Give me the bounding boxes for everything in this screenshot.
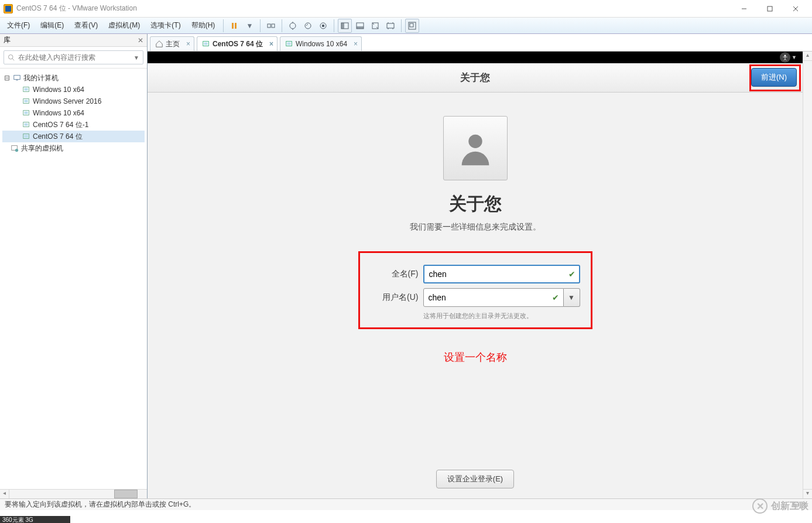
status-text: 要将输入定向到该虚拟机，请在虚拟机内部单击或按 Ctrl+G。: [5, 500, 196, 510]
svg-point-40: [784, 55, 786, 57]
tree-shared-vms[interactable]: 共享的虚拟机: [2, 142, 145, 154]
vm-icon: [22, 109, 30, 117]
tab-label: Windows 10 x64: [296, 40, 347, 48]
svg-line-21: [12, 59, 14, 60]
svg-rect-6: [268, 24, 270, 28]
menu-tabs[interactable]: 选项卡(T): [146, 18, 185, 33]
menu-vm[interactable]: 虚拟机(M): [104, 18, 145, 33]
window-title: CentOS 7 64 位 - VMware Workstation: [16, 4, 731, 13]
snapshot-manager-button[interactable]: [316, 19, 330, 33]
tree-my-computer[interactable]: ⊟ 我的计算机: [2, 72, 145, 84]
window-maximize-button[interactable]: [757, 1, 783, 17]
tab-close-button[interactable]: ×: [186, 40, 190, 48]
menu-edit[interactable]: 编辑(E): [36, 18, 68, 33]
snapshot-revert-button[interactable]: [301, 19, 315, 33]
fullscreen-button[interactable]: [383, 19, 398, 33]
separator: [260, 19, 261, 32]
tree-vm-item[interactable]: Windows Server 2016: [2, 95, 145, 107]
menu-help[interactable]: 帮助(H): [187, 18, 220, 33]
vm-vertical-scrollbar[interactable]: ▴▾: [803, 52, 812, 498]
forward-button[interactable]: 前进(N): [751, 68, 797, 87]
username-hint: 这将用于创建您的主目录并无法更改。: [423, 312, 580, 320]
username-label: 用户名(U): [368, 292, 419, 303]
suspend-button[interactable]: [227, 19, 241, 33]
send-ctrl-alt-del-button[interactable]: [264, 19, 278, 33]
annotation-text: 设置一个名称: [444, 350, 507, 364]
enterprise-login-button[interactable]: 设置企业登录(E): [436, 470, 514, 488]
separator: [334, 19, 334, 32]
tab-close-button[interactable]: ×: [354, 40, 358, 48]
search-row: ▼: [0, 47, 147, 69]
fullname-input[interactable]: [423, 265, 580, 283]
person-icon: [455, 128, 496, 169]
show-console-button[interactable]: [338, 19, 352, 33]
username-input[interactable]: [423, 288, 564, 307]
setup-subtitle: 我们需要一些详细信息来完成设置。: [410, 222, 541, 233]
username-dropdown-button[interactable]: ▼: [564, 288, 580, 307]
tree-vm-item[interactable]: Windows 10 x64: [2, 84, 145, 95]
menu-bar: 文件(F) 编辑(E) 查看(V) 虚拟机(M) 选项卡(T) 帮助(H) ▼: [0, 18, 812, 34]
accessibility-icon[interactable]: [780, 52, 790, 63]
window-titlebar: CentOS 7 64 位 - VMware Workstation: [0, 0, 812, 18]
main-area: 库 ✕ ▼ ⊟ 我的计算机 Windows 10 x64 Windows Ser…: [0, 34, 812, 498]
tree-item-label: Windows 10 x64: [33, 86, 84, 94]
collapse-icon[interactable]: ⊟: [4, 74, 11, 82]
guest-display[interactable]: ▼ 关于您 前进(N) 关于您 我们需要一些详细信息来完成设置。 全名(F): [148, 52, 803, 498]
home-icon: [155, 40, 163, 48]
fullname-row: 全名(F) ✔: [368, 265, 580, 283]
snapshot-take-button[interactable]: [286, 19, 300, 33]
vm-icon: [22, 121, 30, 129]
tree-item-label: Windows Server 2016: [33, 97, 101, 105]
window-close-button[interactable]: [783, 1, 808, 17]
username-row: 用户名(U) ✔ ▼: [368, 288, 580, 307]
avatar-placeholder[interactable]: [443, 116, 508, 180]
svg-rect-15: [357, 26, 364, 29]
sidebar-hscrollbar[interactable]: ◂: [0, 489, 147, 498]
library-close-button[interactable]: ✕: [138, 36, 143, 45]
unity-mode-button[interactable]: [405, 19, 419, 33]
menu-dropdown-icon[interactable]: ▼: [792, 54, 797, 60]
svg-rect-37: [204, 42, 208, 45]
svg-rect-31: [25, 123, 28, 125]
setup-title: 关于您: [449, 192, 502, 216]
svg-point-20: [9, 55, 13, 60]
window-minimize-button[interactable]: [731, 1, 757, 17]
status-bar: 要将输入定向到该虚拟机，请在虚拟机内部单击或按 Ctrl+G。 ⛁ ◎: [0, 498, 812, 510]
tab-home[interactable]: 主页×: [150, 36, 194, 51]
svg-rect-33: [25, 135, 28, 137]
svg-rect-27: [25, 100, 28, 102]
tab-close-button[interactable]: ×: [269, 40, 273, 48]
tree-vm-item-selected[interactable]: CentOS 7 64 位: [2, 131, 145, 142]
search-box[interactable]: ▼: [4, 50, 143, 64]
svg-point-8: [290, 23, 296, 29]
menu-file[interactable]: 文件(F): [2, 18, 35, 33]
vm-icon: [22, 132, 30, 141]
poweroff-dropdown[interactable]: ▼: [242, 19, 256, 33]
tab-strip: 主页× CentOS 7 64 位× Windows 10 x64×: [148, 34, 812, 52]
search-input[interactable]: [18, 53, 130, 61]
setup-header-title: 关于您: [460, 71, 490, 84]
svg-rect-23: [16, 80, 18, 81]
vm-icon: [202, 40, 210, 48]
fullname-label: 全名(F): [368, 269, 419, 279]
shared-icon: [11, 144, 19, 152]
setup-header: 关于您 前进(N): [148, 63, 803, 93]
menu-view[interactable]: 查看(V): [70, 18, 102, 33]
tab-label: CentOS 7 64 位: [213, 39, 263, 49]
search-icon: [8, 54, 15, 61]
tree-vm-item[interactable]: Windows 10 x64: [2, 107, 145, 119]
separator: [282, 19, 282, 32]
tree-item-label: CentOS 7 64 位: [33, 132, 83, 142]
tree-vm-item[interactable]: CentOS 7 64 位-1: [2, 119, 145, 131]
vm-icon: [22, 97, 30, 105]
tab-win10[interactable]: Windows 10 x64×: [280, 36, 362, 51]
setup-body: 关于您 我们需要一些详细信息来完成设置。 全名(F) ✔ 用户名(U): [148, 93, 803, 488]
stretch-guest-button[interactable]: [368, 19, 382, 33]
tab-centos[interactable]: CentOS 7 64 位×: [197, 36, 277, 51]
tree-item-label: CentOS 7 64 位-1: [33, 120, 88, 130]
bottom-strip: 360元素 3G: [0, 516, 70, 523]
search-dropdown[interactable]: ▼: [133, 54, 139, 61]
show-thumbnail-button[interactable]: [353, 19, 367, 33]
svg-point-35: [15, 149, 18, 152]
svg-rect-7: [272, 24, 275, 28]
